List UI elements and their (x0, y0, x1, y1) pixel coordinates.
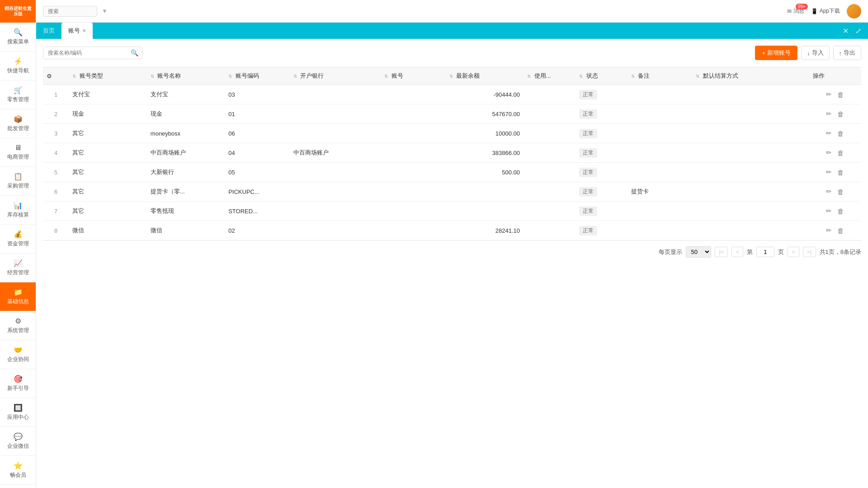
search-input[interactable] (43, 47, 127, 59)
delete-button-3[interactable]: 🗑 (836, 148, 845, 158)
tab-account[interactable]: 账号 × (61, 23, 93, 39)
sort-icon-account: ⇅ (384, 74, 388, 79)
basic-info-icon: 📁 (2, 288, 33, 296)
next-page-button[interactable]: > (788, 247, 799, 257)
top-search-input[interactable] (43, 6, 97, 17)
tab-expand-icon[interactable]: ⤢ (853, 26, 863, 36)
col-header-settle[interactable]: ⇅ 默认结算方式 (692, 67, 809, 85)
row-name-3: 中百商场账户 (147, 143, 225, 163)
pagination-bar: 每页显示 50 100 200 |< < 第 页 > >| 共1页，8条记录 (43, 240, 861, 258)
edit-button-4[interactable]: ✏ (825, 167, 833, 177)
app-download-button[interactable]: 📱 App下载 (811, 7, 840, 15)
sort-icon-use: ⇅ (527, 74, 531, 79)
page-suffix: 页 (778, 248, 784, 256)
import-icon: ↓ (807, 50, 810, 56)
col-header-bank[interactable]: ⇅ 开户银行 (290, 67, 381, 85)
delete-button-6[interactable]: 🗑 (836, 206, 845, 216)
export-button[interactable]: ↑ 导出 (833, 46, 862, 60)
col-header-code[interactable]: ⇅ 账号编码 (225, 67, 290, 85)
edit-button-2[interactable]: ✏ (825, 128, 833, 138)
row-balance-0: -90444.00 (446, 85, 524, 104)
row-name-0: 支付宝 (147, 85, 225, 104)
tab-home-label: 首页 (43, 27, 55, 35)
search-button[interactable]: 🔍 (127, 49, 142, 56)
row-actions-4: ✏ 🗑 (809, 163, 861, 182)
sidebar-item-quick-nav[interactable]: ⚡ 快捷导航 (0, 52, 36, 80)
sidebar-item-vip-member[interactable]: ⭐ 畅会员 (0, 456, 36, 485)
prev-page-button[interactable]: < (731, 247, 743, 257)
col-header-remark[interactable]: ⇅ 备注 (627, 67, 693, 85)
sidebar-item-basic-info[interactable]: 📁 基础信息 (0, 282, 36, 311)
tab-close-all-icon[interactable]: ✕ (840, 26, 851, 36)
row-status-1: 正常 (576, 104, 627, 124)
row-bank-5 (290, 182, 381, 202)
col-header-balance[interactable]: ⇅ 最新余额 (446, 67, 524, 85)
sidebar-item-finance-mgmt[interactable]: 💰 资金管理 (0, 225, 36, 253)
table-row: 6 其它 提货卡（零... PICKUPC... 正常 提货卡 ✏ 🗑 (43, 182, 861, 202)
col-header-use[interactable]: ⇅ 使用... (524, 67, 576, 85)
app-download-label: App下载 (820, 7, 840, 15)
sidebar-item-enterprise-agreement[interactable]: 🤝 企业协同 (0, 340, 36, 369)
row-num-0: 1 (43, 85, 69, 104)
edit-button-3[interactable]: ✏ (825, 148, 833, 158)
page-size-label: 每页显示 (659, 248, 682, 256)
edit-button-1[interactable]: ✏ (825, 109, 833, 119)
row-code-6: STORED... (225, 202, 290, 221)
sidebar-item-purchase-mgmt[interactable]: 📋 采购管理 (0, 167, 36, 196)
col-header-type[interactable]: ⇅ 账号类型 (69, 67, 146, 85)
first-page-button[interactable]: |< (715, 247, 728, 257)
ecommerce-mgmt-icon: 🖥 (2, 144, 33, 152)
last-page-button[interactable]: >| (803, 247, 816, 257)
sidebar-item-ecommerce-mgmt[interactable]: 🖥 电商管理 (0, 138, 36, 167)
delete-button-0[interactable]: 🗑 (836, 89, 845, 99)
page-label: 第 (747, 248, 753, 256)
enterprise-wechat-icon: 💬 (2, 432, 33, 441)
table-header-row: ⚙ ⇅ 账号类型 ⇅ 账号名称 ⇅ 账号编码 ⇅ (43, 67, 861, 85)
sidebar-item-operations-mgmt[interactable]: 📈 经营管理 (0, 253, 36, 282)
row-actions-2: ✏ 🗑 (809, 124, 861, 143)
sidebar-item-system-mgmt[interactable]: ⚙ 系统管理 (0, 311, 36, 340)
row-remark-4 (627, 163, 693, 182)
dropdown-arrow-icon[interactable]: ▼ (102, 8, 108, 14)
tab-close-icon[interactable]: × (83, 28, 86, 34)
col-header-name[interactable]: ⇅ 账号名称 (147, 67, 225, 85)
import-button[interactable]: ↓ 导入 (801, 46, 830, 60)
sidebar-item-search-menu[interactable]: 🔍 搜索菜单 (0, 23, 36, 52)
row-settle-1 (692, 104, 809, 124)
sort-icon-code: ⇅ (228, 74, 232, 79)
tab-home[interactable]: 首页 (36, 23, 61, 39)
sidebar-item-retail-mgmt[interactable]: 🛒 零售管理 (0, 80, 36, 109)
user-avatar[interactable] (847, 4, 861, 19)
sidebar-item-wholesale-mgmt[interactable]: 📦 批发管理 (0, 109, 36, 138)
export-label: 导出 (844, 49, 855, 57)
page-size-select[interactable]: 50 100 200 (686, 246, 711, 258)
delete-button-4[interactable]: 🗑 (836, 167, 845, 177)
sidebar-item-app-center[interactable]: 🔲 应用中心 (0, 398, 36, 427)
sidebar-item-enterprise-wechat[interactable]: 💬 企业微信 (0, 427, 36, 456)
add-account-button[interactable]: + 新增账号 (755, 46, 797, 60)
edit-button-0[interactable]: ✏ (825, 89, 833, 99)
edit-button-5[interactable]: ✏ (825, 187, 833, 197)
row-account-3 (381, 143, 446, 163)
delete-button-2[interactable]: 🗑 (836, 128, 845, 138)
sidebar-item-new-guide[interactable]: 🎯 新手引导 (0, 369, 36, 398)
row-actions-5: ✏ 🗑 (809, 182, 861, 202)
edit-button-6[interactable]: ✏ (825, 206, 833, 216)
sidebar: 稻谷进财生意 乐版 🔍 搜索菜单 ⚡ 快捷导航 🛒 零售管理 📦 批发管理 🖥 … (0, 0, 36, 488)
sidebar-item-inventory[interactable]: 📊 库存核算 (0, 196, 36, 225)
app-center-icon: 🔲 (2, 404, 33, 412)
delete-button-1[interactable]: 🗑 (836, 109, 845, 119)
wholesale-mgmt-icon: 📦 (2, 115, 33, 123)
row-settle-5 (692, 182, 809, 202)
edit-button-7[interactable]: ✏ (825, 225, 833, 235)
page-input[interactable] (756, 247, 774, 257)
row-num-6: 7 (43, 202, 69, 221)
delete-button-7[interactable]: 🗑 (836, 225, 845, 235)
row-bank-1 (290, 104, 381, 124)
notification-button[interactable]: ✉ 消息 99+ (787, 7, 804, 15)
delete-button-5[interactable]: 🗑 (836, 187, 845, 197)
row-code-2: 06 (225, 124, 290, 143)
col-header-status[interactable]: ⇅ 状态 (576, 67, 627, 85)
settings-icon[interactable]: ⚙ (47, 73, 52, 80)
col-header-account[interactable]: ⇅ 账号 (381, 67, 446, 85)
